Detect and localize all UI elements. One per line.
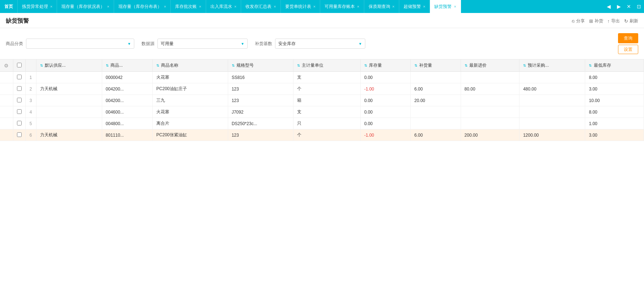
close-tab-overstock[interactable]: ×	[423, 4, 425, 9]
row-checkbox-cell[interactable]	[13, 129, 25, 141]
row-est-purchase	[519, 106, 585, 118]
tab-shortage[interactable]: 缺货预警 ×	[430, 0, 461, 13]
row-stock-qty: 0.00	[360, 95, 410, 106]
tab-close-btn[interactable]: ✕	[624, 0, 634, 13]
row-stock-qty: 0.00	[360, 72, 410, 83]
close-tab-available-ledger[interactable]: ×	[357, 4, 359, 9]
settings-button[interactable]: 设置	[618, 45, 638, 54]
close-tab-inout-flow[interactable]: ×	[234, 4, 236, 9]
tab-receipt-summary[interactable]: 收发存汇总表 ×	[241, 0, 280, 13]
row-unit: 个	[293, 129, 360, 141]
replenish-btn[interactable]: ⊞ 补货	[589, 18, 603, 24]
col-spec[interactable]: ⇅ 规格型号	[228, 59, 293, 72]
tab-next-btn[interactable]: ▶	[614, 0, 624, 13]
col-min-stock[interactable]: ⇅ 最低库存	[585, 59, 644, 72]
row-spec: DS250*23c...	[228, 118, 293, 129]
share-btn[interactable]: ⎋ 分享	[572, 18, 585, 24]
row-number: 5	[25, 118, 36, 129]
row-checkbox[interactable]	[17, 109, 22, 114]
close-tab-inventory-dist[interactable]: ×	[164, 4, 166, 9]
row-checkbox-cell[interactable]	[13, 72, 25, 83]
row-gear-cell	[0, 106, 13, 118]
col-rownum	[25, 59, 36, 72]
row-number: 1	[25, 72, 36, 83]
row-checkbox-cell[interactable]	[13, 106, 25, 118]
query-button[interactable]: 查询	[618, 33, 638, 43]
close-tab-batch-account[interactable]: ×	[199, 4, 201, 9]
row-checkbox-cell[interactable]	[13, 95, 25, 106]
tab-inventory-status[interactable]: 现存量（库存状况表） ×	[57, 0, 114, 13]
table-row: 6 力天机械 801110... PC200张紧油缸 123 个 -1.00 6…	[0, 129, 644, 141]
row-product-code: 801110...	[102, 129, 152, 141]
table-body: 1 0000042 火花塞 SS816 支 0.00 8.00 2 力天机械 0…	[0, 72, 644, 141]
col-product-code[interactable]: ⇅ 商品...	[102, 59, 152, 72]
tab-prev-btn[interactable]: ◀	[604, 0, 614, 13]
datasource-select[interactable]: 可用量 ▼	[157, 39, 248, 49]
tab-order-stats[interactable]: 要货单统计表 ×	[281, 0, 320, 13]
tab-overstock[interactable]: 超储预警 ×	[399, 0, 430, 13]
tab-inventory-dist[interactable]: 现存量（库存分布表） ×	[114, 0, 171, 13]
row-min-stock: 8.00	[585, 106, 644, 118]
row-checkbox[interactable]	[17, 121, 22, 125]
export-btn[interactable]: ↑ 导出	[608, 18, 620, 24]
replenish-base-label: 补货基数	[255, 41, 272, 47]
close-tab-shortage[interactable]: ×	[454, 4, 456, 9]
row-supplier	[36, 106, 102, 118]
table-row: 3 004200... 三九 123 箱 0.00 20.00 10.00	[0, 95, 644, 106]
row-est-purchase	[519, 95, 585, 106]
col-supplier[interactable]: ⇅ 默认供应...	[36, 59, 102, 72]
col-latest-price[interactable]: ⇅ 最新进价	[461, 59, 519, 72]
row-product-code: 0000042	[102, 72, 152, 83]
row-stock-qty: 0.00	[360, 118, 410, 129]
col-replenish-qty[interactable]: ⇅ 补货量	[410, 59, 461, 72]
row-gear-cell	[0, 83, 13, 95]
table-settings-icon[interactable]: ⚙	[4, 63, 9, 69]
row-number: 2	[25, 83, 36, 95]
row-checkbox[interactable]	[17, 86, 22, 91]
row-latest-price	[461, 106, 519, 118]
tab-expiry-query[interactable]: 保质期查询 ×	[364, 0, 399, 13]
refresh-btn[interactable]: ↻ 刷新	[624, 18, 638, 24]
row-checkbox[interactable]	[17, 75, 22, 79]
col-stock-qty[interactable]: ⇅ 库存量	[360, 59, 410, 72]
tab-batch-account[interactable]: 库存批次账 ×	[171, 0, 206, 13]
select-all-checkbox[interactable]	[17, 63, 22, 67]
tab-exception[interactable]: 拣货异常处理 ×	[18, 0, 57, 13]
col-product-name[interactable]: ⇅ 商品名称	[153, 59, 228, 72]
row-product-code: 004600...	[102, 106, 152, 118]
col-unit[interactable]: ⇅ 主计量单位	[293, 59, 360, 72]
refresh-icon: ↻	[624, 18, 628, 24]
close-tab-expiry-query[interactable]: ×	[392, 4, 395, 9]
row-min-stock: 10.00	[585, 95, 644, 106]
row-gear-cell	[0, 129, 13, 141]
tab-expand-btn[interactable]: ⊡	[634, 0, 644, 13]
replenish-base-select[interactable]: 安全库存 ▼	[275, 39, 365, 49]
spec-sort-icon: ⇅	[232, 63, 235, 67]
close-tab-order-stats[interactable]: ×	[313, 4, 316, 9]
replenish-icon: ⊞	[589, 18, 593, 24]
row-checkbox[interactable]	[17, 98, 22, 102]
row-checkbox-cell[interactable]	[13, 118, 25, 129]
tab-inout-flow[interactable]: 出入库流水 ×	[206, 0, 241, 13]
row-product-name: 火花塞	[153, 106, 228, 118]
row-checkbox-cell[interactable]	[13, 83, 25, 95]
datasource-select-value: 可用量	[161, 41, 174, 47]
tab-available-ledger[interactable]: 可用量库存账本 ×	[320, 0, 364, 13]
row-replenish-qty: 20.00	[410, 95, 461, 106]
tab-home[interactable]: 首页	[0, 0, 18, 13]
close-tab-receipt-summary[interactable]: ×	[274, 4, 276, 9]
row-product-name: 离合片	[153, 118, 228, 129]
close-tab-exception[interactable]: ×	[50, 4, 52, 9]
category-select[interactable]: ▼	[26, 39, 134, 49]
row-checkbox[interactable]	[17, 132, 22, 137]
filter-area: 商品分类 ▼ 数据源 可用量 ▼ 补货基数 安全库存 ▼ 查询 设置	[0, 28, 644, 59]
row-spec: 123	[228, 95, 293, 106]
row-est-purchase	[519, 118, 585, 129]
col-est-purchase[interactable]: ⇅ 预计采购...	[519, 59, 585, 72]
table-header-row: ⚙ ⇅ 默认供应... ⇅ 商品... ⇅	[0, 59, 644, 72]
row-replenish-qty: 6.00	[410, 129, 461, 141]
close-tab-inventory-status[interactable]: ×	[107, 4, 109, 9]
row-number: 3	[25, 95, 36, 106]
data-table: ⚙ ⇅ 默认供应... ⇅ 商品... ⇅	[0, 59, 644, 141]
unit-sort-icon: ⇅	[297, 63, 300, 67]
